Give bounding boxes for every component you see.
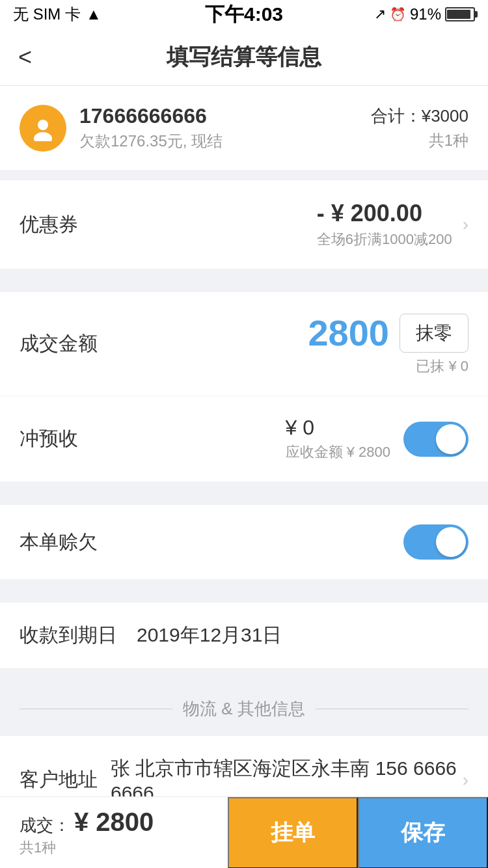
avatar [20, 105, 66, 152]
battery-icon [445, 7, 475, 21]
chong-toggle[interactable] [403, 422, 468, 457]
chong-top: ¥ 0 应收金额 ¥ 2800 [286, 416, 468, 462]
chevron-right-icon: › [463, 214, 468, 235]
customer-info: 17666666666 欠款1276.35元, 现结 [79, 104, 223, 152]
bendan-toggle-knob [436, 527, 466, 557]
deal-top-row: 2800 抹零 [308, 312, 468, 354]
divider-4 [0, 669, 488, 682]
customer-card: 17666666666 欠款1276.35元, 现结 合计：¥3000 共1种 [0, 86, 488, 170]
page-title: 填写结算等信息 [167, 42, 321, 72]
bottom-summary: 成交： ¥ 2800 共1种 [0, 807, 228, 858]
deal-amount-label: 成交金额 [20, 331, 98, 357]
hang-button[interactable]: 挂单 [228, 797, 358, 869]
address-label: 客户地址 [20, 766, 98, 793]
bottom-amount: ¥ 2800 [74, 807, 154, 837]
divider-line-right [316, 709, 468, 709]
chong-label: 冲预收 [20, 426, 78, 452]
customer-left: 17666666666 欠款1276.35元, 现结 [20, 104, 223, 152]
logistics-label: 物流 & 其他信息 [183, 698, 305, 720]
divider-line-left [20, 709, 172, 709]
round-button[interactable]: 抹零 [400, 314, 468, 353]
alarm-icon: ⏰ [390, 7, 406, 22]
deal-amount-value: 2800 [308, 312, 389, 354]
content: 17666666666 欠款1276.35元, 现结 合计：¥3000 共1种 … [0, 86, 488, 868]
coupon-row[interactable]: 优惠券 - ¥ 200.00 全场6折满1000减200 › [0, 180, 488, 269]
back-button[interactable]: < [18, 44, 32, 71]
deadline-section: 收款到期日 2019年12月31日 [0, 603, 488, 669]
bottom-bar: 成交： ¥ 2800 共1种 挂单 保存 [0, 796, 488, 868]
status-bar: 无 SIM 卡 ▲ 下午4:03 ↗ ⏰ 91% [0, 0, 488, 29]
coupon-amount: - ¥ 200.00 [317, 200, 452, 227]
chong-right-col: ¥ 0 应收金额 ¥ 2800 [286, 416, 468, 462]
customer-right: 合计：¥3000 共1种 [371, 105, 468, 151]
bendan-toggle[interactable] [403, 524, 468, 560]
status-time: 下午4:03 [205, 1, 283, 28]
customer-sub-info: 欠款1276.35元, 现结 [79, 131, 223, 152]
location-icon: ↗ [374, 6, 386, 23]
coupon-amount-col: - ¥ 200.00 全场6折满1000减200 [317, 200, 452, 249]
chong-value-col: ¥ 0 应收金额 ¥ 2800 [286, 416, 390, 462]
customer-phone: 17666666666 [79, 104, 223, 128]
divider-2 [0, 492, 488, 505]
bendan-section: 本单赊欠 [0, 505, 488, 579]
chong-value: ¥ 0 [286, 416, 390, 440]
save-button[interactable]: 保存 [358, 797, 488, 869]
battery-percent: 91% [410, 5, 441, 23]
deal-sub-info: 已抹 ¥ 0 [416, 357, 468, 376]
chong-sub: 应收金额 ¥ 2800 [286, 442, 390, 462]
deadline-label: 收款到期日 [20, 622, 117, 649]
total-count: 共1种 [371, 130, 468, 151]
toggle-knob [436, 424, 466, 454]
total-label: 合计：¥3000 [371, 105, 468, 128]
coupon-right: - ¥ 200.00 全场6折满1000减200 › [317, 200, 468, 249]
bottom-deal-label: 成交： [20, 814, 70, 837]
status-right: ↗ ⏰ 91% [374, 5, 475, 23]
deadline-value: 2019年12月31日 [137, 622, 282, 649]
deal-section: 成交金额 2800 抹零 已抹 ¥ 0 冲预收 ¥ 0 应收金额 ¥ 2800 [0, 292, 488, 481]
address-chevron-icon: › [463, 770, 468, 791]
nav-header: < 填写结算等信息 [0, 29, 488, 86]
coupon-sub: 全场6折满1000减200 [317, 230, 452, 249]
logistics-divider: 物流 & 其他信息 [0, 682, 488, 736]
divider-1 [0, 279, 488, 292]
status-left: 无 SIM 卡 ▲ [13, 4, 102, 25]
coupon-section: 优惠券 - ¥ 200.00 全场6折满1000减200 › [0, 180, 488, 269]
chong-row: 冲预收 ¥ 0 应收金额 ¥ 2800 [0, 396, 488, 481]
bottom-count: 共1种 [20, 838, 208, 858]
bendan-row: 本单赊欠 [0, 505, 488, 579]
coupon-label: 优惠券 [20, 211, 78, 238]
svg-point-1 [34, 132, 52, 141]
svg-point-0 [38, 120, 48, 130]
deal-right-col: 2800 抹零 已抹 ¥ 0 [308, 312, 468, 376]
carrier-label: 无 SIM 卡 [13, 4, 81, 25]
bendan-label: 本单赊欠 [20, 529, 98, 556]
wifi-icon: ▲ [86, 5, 102, 23]
divider-3 [0, 590, 488, 603]
deal-amount-row: 成交金额 2800 抹零 已抹 ¥ 0 [0, 292, 488, 396]
